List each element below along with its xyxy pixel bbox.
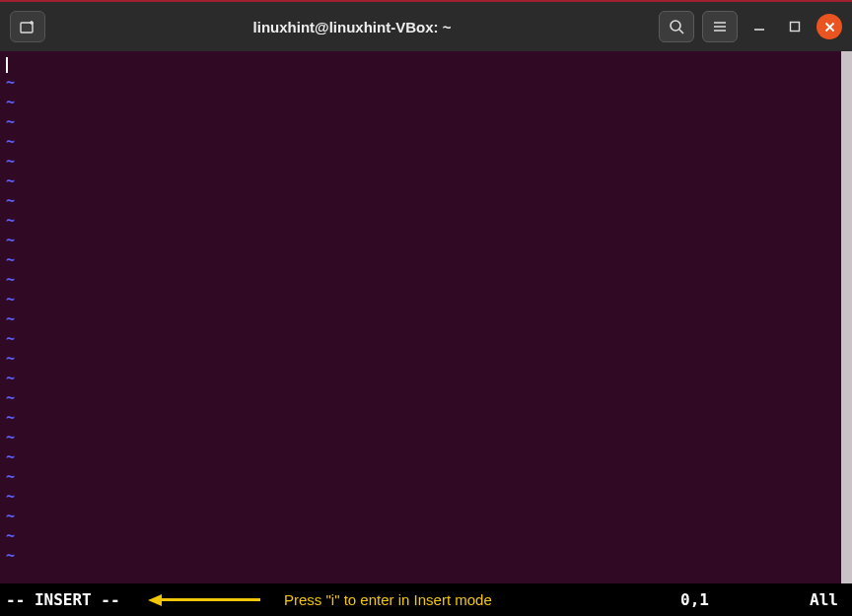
tilde-line: ~ [4, 211, 848, 231]
tilde-line: ~ [4, 467, 848, 487]
hamburger-icon [712, 19, 728, 34]
tilde-line: ~ [4, 349, 848, 369]
minimize-icon [753, 21, 765, 33]
scrollbar[interactable] [841, 51, 852, 583]
empty-buffer-lines: ~~~~~~~~~~~~~~~~~~~~~~~~~ [4, 73, 848, 566]
tilde-line: ~ [4, 369, 848, 388]
new-tab-icon [19, 18, 36, 35]
tilde-line: ~ [4, 408, 848, 428]
tilde-line: ~ [4, 526, 848, 546]
close-icon [824, 22, 835, 33]
titlebar-right [659, 11, 842, 42]
tilde-line: ~ [4, 546, 848, 566]
tilde-line: ~ [4, 112, 848, 132]
terminal-body[interactable]: ~~~~~~~~~~~~~~~~~~~~~~~~~ [0, 51, 852, 583]
tilde-line: ~ [4, 152, 848, 171]
tilde-line: ~ [4, 329, 848, 349]
menu-button[interactable] [702, 11, 738, 42]
tilde-line: ~ [4, 309, 848, 329]
vim-statusbar: -- INSERT -- Press "i" to enter in Inser… [0, 583, 852, 616]
tilde-line: ~ [4, 73, 848, 93]
text-cursor [6, 57, 8, 73]
tilde-line: ~ [4, 447, 848, 467]
tilde-line: ~ [4, 290, 848, 309]
maximize-button[interactable] [781, 13, 809, 40]
svg-rect-0 [21, 23, 33, 33]
maximize-icon [789, 21, 801, 33]
window-title: linuxhint@linuxhint-VBox: ~ [53, 19, 651, 35]
tilde-line: ~ [4, 428, 848, 447]
close-button[interactable] [816, 14, 842, 39]
tilde-line: ~ [4, 487, 848, 507]
tilde-line: ~ [4, 93, 848, 112]
annotation-text: Press "i" to enter in Insert mode [284, 590, 492, 607]
annotation-arrow [148, 594, 260, 606]
tilde-line: ~ [4, 507, 848, 526]
buffer-percent: All [810, 590, 838, 609]
search-icon [669, 19, 684, 34]
tilde-line: ~ [4, 250, 848, 270]
svg-point-1 [671, 21, 680, 31]
minimize-button[interactable] [746, 13, 773, 40]
tilde-line: ~ [4, 191, 848, 211]
tilde-line: ~ [4, 270, 848, 290]
svg-rect-2 [791, 23, 800, 32]
mode-indicator: -- INSERT -- [6, 590, 120, 609]
cursor-position: 0,1 [680, 590, 709, 609]
tilde-line: ~ [4, 171, 848, 191]
tilde-line: ~ [4, 132, 848, 152]
tilde-line: ~ [4, 388, 848, 408]
search-button[interactable] [659, 11, 694, 42]
titlebar: linuxhint@linuxhint-VBox: ~ [0, 2, 852, 51]
tilde-line: ~ [4, 231, 848, 250]
new-tab-button[interactable] [10, 11, 45, 42]
